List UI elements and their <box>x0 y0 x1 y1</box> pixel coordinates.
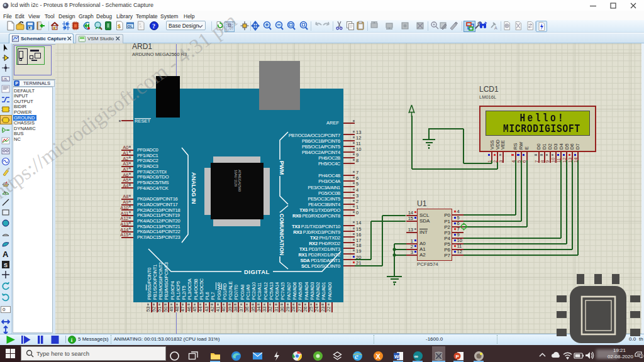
svg-text:X: X <box>375 353 380 360</box>
svg-text:W: W <box>394 354 399 359</box>
svg-text:e: e <box>355 351 358 361</box>
svg-text:S: S <box>4 262 8 268</box>
svg-text:∞: ∞ <box>414 353 418 359</box>
svg-text:$: $ <box>118 23 121 30</box>
svg-text:LBL: LBL <box>3 77 8 80</box>
svg-text:A: A <box>3 250 9 258</box>
svg-text:?: ? <box>152 23 155 30</box>
svg-text:P: P <box>455 354 459 359</box>
svg-text:A: A <box>494 26 497 30</box>
svg-text:OL: OL <box>127 25 133 28</box>
